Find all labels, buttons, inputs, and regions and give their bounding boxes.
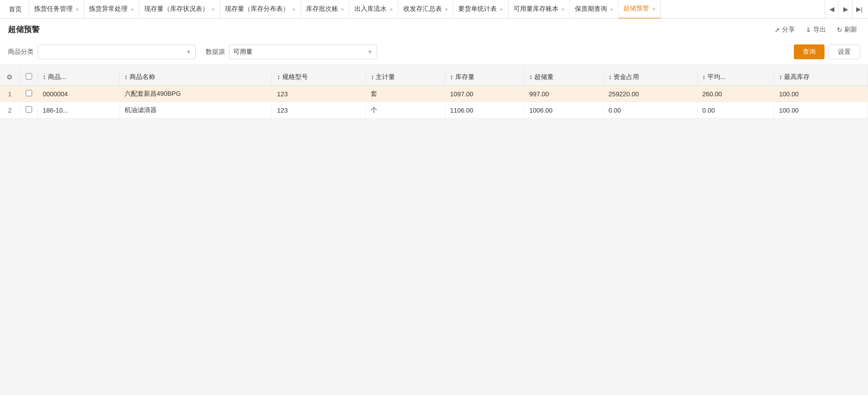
nav-close-arrow[interactable]: ▶| (852, 0, 866, 19)
row-maxstock: 100.00 (774, 86, 868, 102)
row-code: 0000004 (38, 86, 119, 102)
table-header-row: ⚙ ↕ 商品... ↕ 商品名称 ↕ 规格型号 ↕ (0, 69, 868, 86)
tab-order-stat[interactable]: 要货单统计表 × (453, 0, 508, 19)
category-label: 商品分类 (8, 47, 34, 56)
row-code: 186-10... (38, 102, 119, 118)
row-stock: 1106.00 (445, 102, 524, 118)
close-tab-inout-flow[interactable]: × (390, 6, 392, 12)
row-checkbox[interactable] (26, 106, 32, 113)
table-row: 2 186-10... 机油滤清器 123 个 1106.00 1006.00 … (0, 102, 868, 118)
select-all-checkbox[interactable] (26, 73, 32, 79)
close-tab-avail-account[interactable]: × (562, 6, 564, 12)
row-unit: 个 (366, 102, 445, 118)
tab-overstock[interactable]: 超储预警 × (618, 0, 660, 19)
row-capital: 259220.00 (603, 86, 697, 102)
row-unit: 套 (366, 86, 445, 102)
datasource-value: 可用量 (233, 47, 253, 56)
table-row: 1 0000004 六配套新昌490BPG 123 套 1097.00 997.… (0, 86, 868, 102)
category-arrow-icon: ▼ (186, 49, 191, 55)
filter-actions: 查询 设置 (794, 44, 860, 59)
nav-next-arrow[interactable]: ▶ (838, 0, 852, 19)
close-tab-batch[interactable]: × (341, 6, 344, 12)
tab-collect[interactable]: 收发存汇总表 × (398, 0, 453, 19)
row-name: 六配套新昌490BPG (119, 86, 272, 102)
row-num: 2 (0, 102, 20, 118)
row-maxstock: 100.00 (774, 102, 868, 118)
table-wrapper: ⚙ ↕ 商品... ↕ 商品名称 ↕ 规格型号 ↕ (0, 69, 868, 118)
close-tab-abnormal[interactable]: × (130, 6, 133, 12)
refresh-button[interactable]: ↻ 刷新 (834, 24, 860, 36)
tab-task-mgmt[interactable]: 拣货任务管理 × (29, 0, 84, 19)
col-maxstock-header[interactable]: ↕ 最高库存 (774, 69, 868, 86)
topbar: 首页 拣货任务管理 × 拣货异常处理 × 现存量（库存状况表） × 现存量（库存… (0, 0, 868, 19)
category-select[interactable]: ▼ (38, 44, 196, 59)
row-spec: 123 (272, 86, 366, 102)
col-checkbox-header (20, 69, 38, 86)
export-button[interactable]: ⇓ 导出 (803, 24, 829, 36)
settings-button[interactable]: 设置 (828, 44, 860, 59)
gear-icon[interactable]: ⚙ (6, 73, 13, 81)
close-tab-stock-status[interactable]: × (212, 6, 215, 12)
close-tab-collect[interactable]: × (445, 6, 448, 12)
row-capital: 0.00 (603, 102, 697, 118)
close-tab-task-mgmt[interactable]: × (76, 6, 79, 12)
close-tab-quality[interactable]: × (610, 6, 613, 12)
row-overstock: 997.00 (524, 86, 603, 102)
row-checkbox-cell (20, 102, 38, 118)
header-actions: ➚ 分享 ⇓ 导出 ↻ 刷新 (772, 24, 860, 36)
col-gear: ⚙ (0, 69, 20, 86)
share-icon: ➚ (775, 26, 780, 34)
nav-prev-arrow[interactable]: ◀ (825, 0, 838, 19)
close-tab-order-stat[interactable]: × (500, 6, 503, 12)
close-tab-stock-dist[interactable]: × (292, 6, 295, 12)
col-spec-header[interactable]: ↕ 规格型号 (272, 69, 366, 86)
tab-quality[interactable]: 保质期查询 × (570, 0, 618, 19)
col-capital-header[interactable]: ↕ 资金占用 (603, 69, 697, 86)
tab-abnormal[interactable]: 拣货异常处理 × (84, 0, 139, 19)
row-spec: 123 (272, 102, 366, 118)
row-checkbox-cell (20, 86, 38, 102)
row-avg: 260.00 (697, 86, 774, 102)
tab-home[interactable]: 首页 (2, 0, 29, 19)
col-unit-header[interactable]: ↕ 主计量 (366, 69, 445, 86)
datasource-label: 数据源 (206, 47, 225, 56)
col-avg-header[interactable]: ↕ 平均... (697, 69, 774, 86)
tab-stock-dist[interactable]: 现存量（库存分布表） × (220, 0, 301, 19)
tab-inout-flow[interactable]: 出入库流水 × (349, 0, 398, 19)
category-filter-group: 商品分类 ▼ (8, 44, 196, 59)
row-overstock: 1006.00 (524, 102, 603, 118)
close-tab-overstock[interactable]: × (652, 6, 655, 12)
query-button[interactable]: 查询 (794, 44, 825, 59)
tab-avail-account[interactable]: 可用量库存账本 × (509, 0, 570, 19)
tab-stock-status[interactable]: 现存量（库存状况表） × (139, 0, 220, 19)
datasource-filter-group: 数据源 可用量 ▼ (206, 44, 377, 59)
page-title: 超储预警 (8, 25, 40, 35)
tab-batch[interactable]: 库存批次账 × (301, 0, 349, 19)
filter-area: 商品分类 ▼ 数据源 可用量 ▼ 查询 设置 (0, 40, 868, 65)
col-stock-header[interactable]: ↕ 库存量 (445, 69, 524, 86)
row-checkbox[interactable] (26, 90, 32, 96)
main-table: ⚙ ↕ 商品... ↕ 商品名称 ↕ 规格型号 ↕ (0, 69, 868, 118)
row-stock: 1097.00 (445, 86, 524, 102)
page-header: 超储预警 ➚ 分享 ⇓ 导出 ↻ 刷新 (0, 19, 868, 40)
datasource-arrow-icon: ▼ (367, 49, 373, 55)
export-icon: ⇓ (806, 26, 811, 34)
share-button[interactable]: ➚ 分享 (772, 24, 798, 36)
col-overstock-header[interactable]: ↕ 超储量 (524, 69, 603, 86)
refresh-icon: ↻ (837, 26, 842, 34)
row-num: 1 (0, 86, 20, 102)
datasource-select[interactable]: 可用量 ▼ (229, 44, 377, 59)
row-name: 机油滤清器 (119, 102, 272, 118)
col-name-header[interactable]: ↕ 商品名称 (119, 69, 272, 86)
row-avg: 0.00 (697, 102, 774, 118)
col-code-header[interactable]: ↕ 商品... (38, 69, 119, 86)
